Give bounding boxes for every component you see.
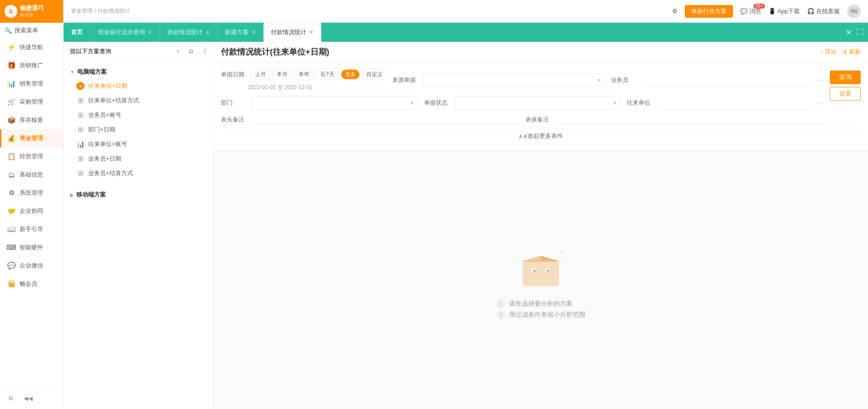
settings-gear-btn[interactable]: ⚙ [672,8,678,15]
last-7days-btn[interactable]: 近7天 [316,69,339,80]
counter-dots-btn[interactable]: ··· [817,99,824,107]
plan-item-label: 往来单位+结算方式 [88,96,139,105]
tab-maximize-btn[interactable]: ⛶ [856,28,863,36]
dept-select[interactable]: ▼ [252,96,419,110]
sidebar-item-label: 智能硬件 [20,243,43,252]
sidebar-item-label: 销售管理 [20,80,43,88]
sidebar-item-member[interactable]: 👑 畅会员 [0,275,63,293]
sidebar-item-quick-nav[interactable]: ⚡ 快捷导航 [0,38,63,56]
topbar: 资金管理 / 付款情况统计 ⚙ 体验行业方案 💬 消息 99+ 📱 App下载 … [64,0,868,23]
custom-date-btn[interactable]: 自定义 [362,69,387,80]
service-icon: 🎧 [807,8,814,15]
sidebar-item-marketing[interactable]: 🎁 营销推广 [0,56,63,75]
plan-item-label: 部门+日期 [88,126,115,134]
topbar-actions: ⚙ 体验行业方案 💬 消息 99+ 📱 App下载 🎧 在线客服 Rit [672,5,861,18]
tab-receipt-stats[interactable]: 收款情况统计 ✕ [160,23,218,42]
more-date-btn[interactable]: 更多 [341,70,359,79]
plan-item-counter-account[interactable]: 📊 往来单位+账号 [64,137,213,151]
tab-home-label: 首页 [71,28,83,36]
sidebar-item-enterprise[interactable]: 🤝 企业协同 [0,202,63,220]
sidebar-settings-btn[interactable]: ⚙ [5,392,17,404]
plan-item-salesman-account[interactable]: ⊞ 业务员+账号 [64,108,213,122]
quick-nav-icon: ⚡ [7,43,16,52]
app-download-btn[interactable]: 📱 App下载 [768,7,800,15]
sidebar-item-hardware[interactable]: ⌨ 智能硬件 [0,238,63,257]
query-button[interactable]: 查询 [830,71,861,84]
counter-input[interactable] [658,96,813,110]
app-icon: 📱 [768,8,776,15]
tab-bank-flow-close[interactable]: ✕ [148,29,152,35]
source-doc-select[interactable]: ▼ [423,73,606,87]
tab-home[interactable]: 首页 [64,23,90,42]
source-doc-label: 来源单据 [392,76,419,84]
tab-close-all-btn[interactable]: ✕ [846,28,852,37]
last-month-btn[interactable]: 上月 [251,69,270,80]
sidebar-item-wechat[interactable]: 💬 企业微信 [0,257,63,275]
left-panel-header: 按以下方案查询 ＋ ⚙ 《 [64,42,213,61]
sidebar-item-operation[interactable]: 📋 经营管理 [0,147,63,166]
app-label: App下载 [778,7,800,15]
search-menu[interactable]: 🔍 搜索菜单 [0,23,63,38]
panel-collapse-btn[interactable]: 《 [200,47,207,56]
plan-item-counter-date[interactable]: ● 往来单位+日期 [64,79,213,93]
sidebar-item-label: 资金管理 [20,134,43,142]
message-icon: 💬 [740,8,748,15]
empty-tip-2: 2 用过滤条件来缩小分析范围 [496,310,585,319]
inventory-icon: 📦 [7,116,16,125]
plan-grid-icon5: ⊞ [76,169,85,177]
body-note-input[interactable] [556,114,824,125]
plan-item-salesman-settle[interactable]: ⊞ 业务员+结算方式 [64,166,213,181]
tab-payment-stats-close[interactable]: ✕ [309,29,314,35]
sidebar-item-finance[interactable]: 💰 资金管理 [0,129,63,147]
tab-receipt-stats-close[interactable]: ✕ [205,29,210,35]
date-range-display: 2022-01-01 至 2022-12-31 [221,84,312,91]
guide-icon: 📖 [7,225,16,234]
pc-plan-section-header[interactable]: ▼ 电脑端方案 [64,65,213,79]
sidebar-item-basic[interactable]: 🗂 基础信息 [0,166,63,184]
doc-status-select[interactable]: ▼ [455,96,622,110]
plan-item-salesman-date[interactable]: ⊞ 业务员+日期 [64,151,213,166]
user-avatar[interactable]: Rit [847,5,861,18]
tab-payment-stats[interactable]: 付款情况统计 ✕ [264,23,321,42]
plan-item-counter-settle[interactable]: ⊞ 往来单位+结算方式 [64,93,213,108]
sidebar-item-guide[interactable]: 📖 新手引导 [0,220,63,238]
enterprise-icon: 🤝 [7,207,16,216]
this-year-btn[interactable]: 本年 [294,69,314,80]
salesman-input[interactable] [642,73,813,87]
tab-bank-flow-label: 现金银行流水查询 [98,28,145,36]
tab-right-btns: ✕ ⛶ [841,23,868,42]
plan-item-label: 业务员+日期 [88,155,121,163]
refresh-button[interactable]: ↺ 刷新 [842,48,861,56]
sidebar-item-label: 经营管理 [20,152,43,161]
mobile-expand-arrow-icon: ▶ [70,192,74,197]
online-service-btn[interactable]: 🎧 在线客服 [807,7,840,15]
message-badge: 99+ [753,4,765,9]
finance-icon: 💰 [7,134,16,143]
tab-new-plan[interactable]: 新建方案 ✕ [218,23,264,42]
add-plan-btn[interactable]: ＋ [173,46,183,56]
salesman-dots-btn[interactable]: ··· [817,76,824,84]
sidebar-collapse-btn[interactable]: ◀◀ [22,392,35,404]
sidebar-item-inventory[interactable]: 📦 库存核算 [0,111,63,129]
filter-settings-button[interactable]: 设置 [830,87,861,101]
manage-plan-btn[interactable]: ⚙ [186,46,196,56]
header-note-input[interactable] [252,114,520,125]
sidebar-item-purchase[interactable]: 🛒 采购管理 [0,93,63,111]
system-icon: ⚙ [7,188,16,197]
source-doc-arrow-icon: ▼ [597,78,601,83]
export-button[interactable]: ↑ 导出 [820,48,837,56]
collapse-more-btn[interactable]: ∧∧ 收起更多条件 [221,128,861,144]
tab-bank-flow[interactable]: 现金银行流水查询 ✕ [90,23,160,42]
industry-plan-button[interactable]: 体验行业方案 [685,5,733,18]
wechat-icon: 💬 [7,261,16,270]
sidebar-item-sales[interactable]: 📊 销售管理 [0,75,63,93]
this-month-btn[interactable]: 本月 [273,69,292,80]
sidebar-bottom: ⚙ ◀◀ [0,387,63,409]
sidebar-item-label: 基础信息 [20,171,43,179]
sidebar-item-system[interactable]: ⚙ 系统管理 [0,184,63,202]
doc-status-label: 单据状态 [424,99,451,107]
plan-item-dept-date[interactable]: ⊞ 部门+日期 [64,122,213,137]
mobile-plan-section-header[interactable]: ▶ 移动端方案 [64,188,213,202]
message-btn[interactable]: 💬 消息 99+ [740,7,761,15]
tab-new-plan-close[interactable]: ✕ [251,29,256,35]
